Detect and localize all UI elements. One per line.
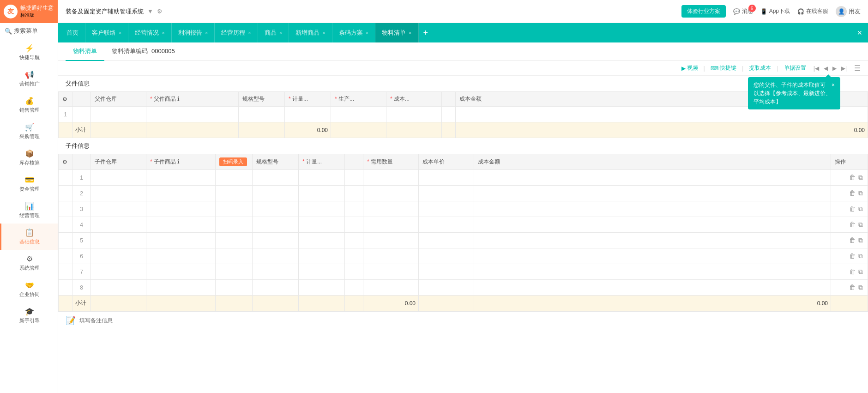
- child-row-spec-0[interactable]: [253, 170, 299, 186]
- sub-tab-bom-list[interactable]: 物料清单: [66, 42, 104, 61]
- app-download-button[interactable]: 📱 App下载: [760, 7, 790, 15]
- view-video-button[interactable]: ▶ 视频: [681, 64, 698, 72]
- copy-icon-5[interactable]: ⧉: [858, 252, 863, 260]
- tab-barcode-close[interactable]: ×: [366, 30, 368, 36]
- parent-row-product[interactable]: [146, 107, 239, 122]
- child-row-warehouse-3[interactable]: [91, 217, 146, 233]
- tab-customers[interactable]: 客户联络 ×: [85, 23, 128, 42]
- sidebar-item-system[interactable]: ⚙ 系统管理: [0, 250, 58, 276]
- child-row-spec-7[interactable]: [253, 280, 299, 296]
- copy-icon-4[interactable]: ⧉: [858, 236, 863, 244]
- child-row-quantity-2[interactable]: [363, 201, 419, 217]
- sidebar-search[interactable]: 🔍 搜索菜单: [0, 23, 58, 39]
- close-all-tabs-icon[interactable]: ✕: [857, 29, 862, 36]
- prev-first-button[interactable]: |◀: [812, 64, 821, 73]
- tab-add-button[interactable]: +: [419, 28, 433, 38]
- sidebar-item-marketing[interactable]: 📢 营销推广: [0, 66, 58, 92]
- child-row-spec-5[interactable]: [253, 248, 299, 264]
- child-row-quantity-3[interactable]: [363, 217, 419, 233]
- single-setting-button[interactable]: 单据设置: [784, 64, 806, 72]
- delete-icon-0[interactable]: 🗑: [849, 174, 856, 181]
- child-row-unit-price-5[interactable]: [419, 248, 474, 264]
- delete-icon-7[interactable]: 🗑: [849, 284, 856, 291]
- child-row-unit-5[interactable]: [299, 248, 345, 264]
- tab-operation-close[interactable]: ×: [162, 30, 164, 36]
- copy-icon-7[interactable]: ⧉: [858, 284, 863, 291]
- child-row-product-0[interactable]: [146, 170, 216, 186]
- sidebar-item-operation[interactable]: 📊 经营管理: [0, 197, 58, 224]
- tab-products[interactable]: 商品 ×: [258, 23, 289, 42]
- child-row-unit-0[interactable]: [299, 170, 345, 186]
- child-row-unit-2[interactable]: [299, 201, 345, 217]
- delete-icon-4[interactable]: 🗑: [849, 236, 856, 244]
- sidebar-item-collab[interactable]: 🤝 企业协同: [0, 276, 58, 302]
- child-row-unit-price-3[interactable]: [419, 217, 474, 233]
- tab-bom-close[interactable]: ×: [409, 30, 411, 36]
- user-menu-button[interactable]: 👤 用友: [836, 6, 861, 17]
- next-last-button[interactable]: ▶|: [839, 64, 849, 73]
- sidebar-item-sales[interactable]: 💰 销售管理: [0, 92, 58, 118]
- tab-profit-close[interactable]: ×: [205, 30, 208, 36]
- tab-profit[interactable]: 利润报告 ×: [172, 23, 215, 42]
- delete-icon-5[interactable]: 🗑: [849, 252, 856, 260]
- child-row-product-2[interactable]: [146, 201, 216, 217]
- sidebar-item-guide[interactable]: 🎓 新手引导: [0, 302, 58, 329]
- extract-cost-button[interactable]: 提取成本: [749, 64, 771, 72]
- delete-icon-1[interactable]: 🗑: [849, 189, 856, 197]
- child-row-quantity-1[interactable]: [363, 186, 419, 201]
- child-row-product-5[interactable]: [146, 248, 216, 264]
- online-service-button[interactable]: 🎧 在线客服: [797, 7, 828, 15]
- sidebar-item-inventory[interactable]: 📦 库存核算: [0, 145, 58, 171]
- message-button[interactable]: 💬 6 消息: [733, 7, 753, 15]
- child-row-quantity-0[interactable]: [363, 170, 419, 186]
- child-row-warehouse-5[interactable]: [91, 248, 146, 264]
- child-row-unit-price-6[interactable]: [419, 264, 474, 280]
- tab-bom[interactable]: 物料清单 ×: [375, 23, 418, 42]
- child-row-product-1[interactable]: [146, 186, 216, 201]
- child-row-unit-price-1[interactable]: [419, 186, 474, 201]
- child-row-unit-3[interactable]: [299, 217, 345, 233]
- child-row-unit-price-4[interactable]: [419, 233, 474, 248]
- child-row-warehouse-1[interactable]: [91, 186, 146, 201]
- parent-row-cost[interactable]: [386, 107, 442, 122]
- sidebar-item-quick-nav[interactable]: ⚡ 快捷导航: [0, 39, 58, 66]
- child-row-product-3[interactable]: [146, 217, 216, 233]
- child-row-warehouse-7[interactable]: [91, 280, 146, 296]
- child-row-unit-price-7[interactable]: [419, 280, 474, 296]
- child-row-unit-7[interactable]: [299, 280, 345, 296]
- prev-button[interactable]: ◀: [822, 64, 830, 73]
- delete-icon-2[interactable]: 🗑: [849, 205, 856, 213]
- child-row-unit-4[interactable]: [299, 233, 345, 248]
- child-row-product-4[interactable]: [146, 233, 216, 248]
- child-row-spec-1[interactable]: [253, 186, 299, 201]
- tab-history-close[interactable]: ×: [248, 30, 251, 36]
- copy-icon-2[interactable]: ⧉: [858, 205, 863, 213]
- child-row-warehouse-0[interactable]: [91, 170, 146, 186]
- tab-new-products-close[interactable]: ×: [322, 30, 325, 36]
- child-row-warehouse-4[interactable]: [91, 233, 146, 248]
- child-row-spec-4[interactable]: [253, 233, 299, 248]
- child-row-spec-2[interactable]: [253, 201, 299, 217]
- tab-customers-close[interactable]: ×: [119, 30, 121, 36]
- child-row-unit-6[interactable]: [299, 264, 345, 280]
- child-col-setting[interactable]: ⚙: [59, 154, 72, 170]
- child-row-quantity-5[interactable]: [363, 248, 419, 264]
- child-row-warehouse-2[interactable]: [91, 201, 146, 217]
- child-row-product-6[interactable]: [146, 264, 216, 280]
- settings-icon[interactable]: ⚙: [157, 8, 163, 15]
- child-row-spec-6[interactable]: [253, 264, 299, 280]
- tab-products-close[interactable]: ×: [279, 30, 282, 36]
- tab-operation[interactable]: 经营情况 ×: [128, 23, 171, 42]
- next-button[interactable]: ▶: [831, 64, 838, 73]
- tab-barcode[interactable]: 条码方案 ×: [332, 23, 375, 42]
- copy-icon-3[interactable]: ⧉: [858, 221, 863, 229]
- child-row-spec-3[interactable]: [253, 217, 299, 233]
- parent-row-warehouse[interactable]: [91, 107, 146, 122]
- parent-row-unit[interactable]: [285, 107, 331, 122]
- menu-icon[interactable]: ☰: [854, 64, 861, 73]
- copy-icon-0[interactable]: ⧉: [858, 174, 863, 181]
- note-input[interactable]: [79, 317, 861, 324]
- tooltip-close-button[interactable]: ×: [832, 81, 835, 89]
- parent-col-setting[interactable]: ⚙: [59, 92, 72, 107]
- child-row-unit-price-2[interactable]: [419, 201, 474, 217]
